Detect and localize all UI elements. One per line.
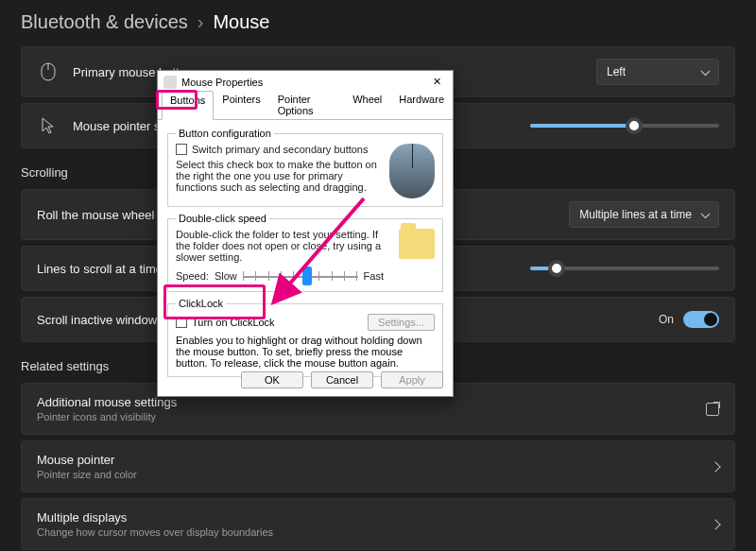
group-double-click: Double-click speed Double-click the fold…: [167, 213, 443, 292]
sub-multi: Change how cursor moves over display bou…: [37, 526, 712, 538]
legend-clicklock: ClickLock: [176, 298, 226, 309]
group-clicklock: ClickLock Turn on ClickLock Settings... …: [167, 298, 443, 377]
tab-pointer-options[interactable]: Pointer Options: [269, 90, 344, 119]
dialog-body: Button configuration Switch primary and …: [158, 120, 453, 390]
apply-button: Apply: [381, 371, 443, 388]
group-button-config: Button configuration Switch primary and …: [167, 128, 443, 207]
ok-button[interactable]: OK: [241, 371, 303, 388]
mouse-small-icon: [163, 76, 177, 89]
dialog-tabs: Buttons Pointers Pointer Options Wheel H…: [158, 90, 453, 120]
row-mouse-pointer[interactable]: Mouse pointer Pointer size and color: [21, 440, 735, 492]
chevron-right-icon: [710, 461, 720, 472]
breadcrumb-parent[interactable]: Bluetooth & devices: [21, 11, 188, 33]
label-fast: Fast: [364, 270, 384, 282]
dialog-title: Mouse Properties: [181, 77, 263, 88]
chevron-right-icon: ›: [198, 11, 204, 33]
chevron-right-icon: [710, 519, 720, 529]
slider-lines-scroll[interactable]: [530, 267, 719, 270]
tab-wheel[interactable]: Wheel: [344, 90, 390, 119]
clicklock-settings-button: Settings...: [368, 314, 435, 331]
tab-buttons[interactable]: Buttons: [162, 91, 214, 120]
sub-pointer: Pointer size and color: [37, 469, 712, 480]
slider-double-click[interactable]: [243, 268, 358, 284]
row-multiple-displays[interactable]: Multiple displays Change how cursor move…: [21, 498, 735, 550]
external-link-icon: [706, 403, 719, 416]
breadcrumb: Bluetooth & devices › Mouse: [0, 0, 756, 46]
checkbox-switch-label: Switch primary and secondary buttons: [192, 144, 368, 155]
mouse-icon: [37, 62, 60, 81]
breadcrumb-current: Mouse: [213, 11, 269, 33]
title-multi: Multiple displays: [37, 510, 712, 525]
dialog-footer: OK Cancel Apply: [167, 371, 443, 388]
cursor-icon: [37, 117, 60, 134]
desc-clicklock: Enables you to highlight or drag without…: [176, 335, 435, 369]
checkbox-clicklock-label: Turn on ClickLock: [192, 317, 275, 328]
mouse-illustration: [389, 144, 435, 198]
toggle-inactive-scroll[interactable]: [683, 311, 719, 328]
title-pointer: Mouse pointer: [37, 453, 712, 467]
legend-button-config: Button configuration: [176, 128, 274, 139]
cancel-button[interactable]: Cancel: [311, 371, 373, 388]
toggle-state-label: On: [659, 313, 674, 326]
checkbox-icon: [176, 144, 187, 155]
checkbox-switch-buttons[interactable]: Switch primary and secondary buttons: [176, 144, 382, 155]
close-button[interactable]: ✕: [425, 74, 449, 90]
legend-double-click: Double-click speed: [176, 213, 269, 224]
select-primary-button[interactable]: Left: [596, 59, 719, 85]
desc-switch-buttons: Select this check box to make the button…: [176, 159, 382, 193]
tab-pointers[interactable]: Pointers: [214, 90, 268, 119]
dialog-titlebar[interactable]: Mouse Properties ✕: [158, 71, 453, 90]
tab-hardware[interactable]: Hardware: [390, 90, 453, 119]
slider-pointer-speed[interactable]: [530, 124, 719, 128]
folder-test-icon[interactable]: [399, 229, 435, 259]
select-wheel-scroll[interactable]: Multiple lines at a time: [569, 201, 719, 228]
checkbox-icon: [176, 317, 187, 328]
mouse-properties-dialog: Mouse Properties ✕ Buttons Pointers Poin…: [157, 70, 454, 397]
label-slow: Slow: [215, 270, 237, 282]
checkbox-clicklock[interactable]: Turn on ClickLock: [176, 317, 275, 328]
sub-additional: Pointer icons and visibility: [37, 411, 706, 422]
label-speed: Speed:: [176, 270, 209, 282]
title-additional: Additional mouse settings: [37, 395, 706, 409]
desc-double-click: Double-click the folder to test your set…: [176, 229, 384, 263]
